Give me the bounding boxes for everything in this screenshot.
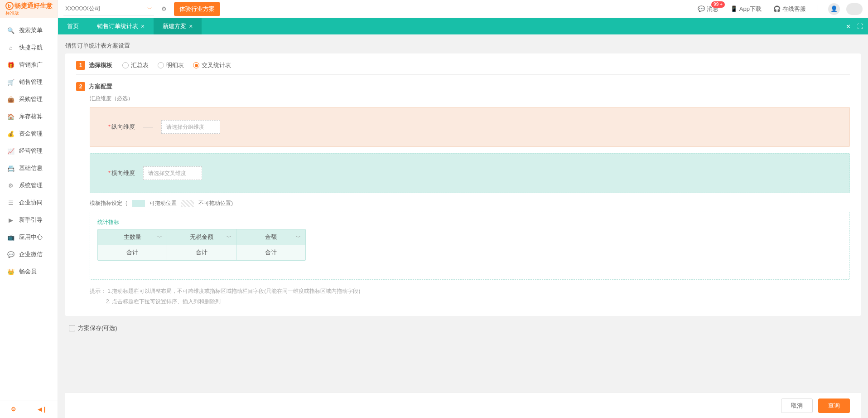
- sidebar-item-label: 系统管理: [19, 181, 43, 190]
- home-icon: ⌂: [7, 44, 14, 51]
- radio-dot-icon: [122, 62, 129, 68]
- play-icon: ▶: [7, 216, 14, 224]
- company-select[interactable]: XXXXXX公司 ﹀: [63, 3, 154, 15]
- step-1-title: 选择模板: [89, 61, 112, 69]
- step-2-badge: 2: [76, 82, 85, 91]
- chevron-down-icon[interactable]: ﹀: [227, 234, 231, 241]
- metric-header-qty[interactable]: 主数量﹀: [98, 229, 167, 245]
- radio-label: 交叉统计表: [202, 61, 231, 69]
- headset-icon: 🎧: [773, 5, 781, 12]
- sidebar-item-system[interactable]: ⚙系统管理: [0, 177, 58, 194]
- bag-icon: 👜: [7, 96, 14, 103]
- metric-header-amount[interactable]: 金额﹀: [236, 229, 305, 245]
- sidebar-item-inventory[interactable]: 🏠库存核算: [0, 108, 58, 125]
- close-all-icon[interactable]: ✕: [844, 23, 852, 30]
- radio-cross[interactable]: 交叉统计表: [193, 61, 231, 69]
- tab-home[interactable]: 首页: [58, 18, 88, 34]
- metrics-header-row: 主数量﹀ 无税金额﹀ 金额﹀: [98, 229, 305, 245]
- sidebar-item-collab[interactable]: ☰企业协同: [0, 194, 58, 211]
- radio-dot-icon: [158, 62, 164, 68]
- legend-drag-label: 可拖动位置: [149, 199, 177, 207]
- metric-header-notax[interactable]: 无税金额﹀: [167, 229, 236, 245]
- horizontal-dimension-select[interactable]: 请选择交叉维度: [143, 166, 202, 180]
- chevron-down-icon[interactable]: ﹀: [157, 234, 162, 241]
- radio-dot-icon: [193, 62, 199, 68]
- tabbar: 首页 销售订单统计表 × 新建方案 × ✕ ⛶: [58, 18, 868, 34]
- step-2-header: 2 方案配置: [76, 82, 850, 91]
- metric-total-cell: 合计: [167, 245, 236, 260]
- sidebar-item-appcenter[interactable]: 📺应用中心: [0, 228, 58, 246]
- tab-new-scheme[interactable]: 新建方案 ×: [154, 18, 202, 34]
- step-1-badge: 1: [76, 61, 85, 70]
- sidebar-item-wechat[interactable]: 💬企业微信: [0, 246, 58, 263]
- user-pill[interactable]: [846, 3, 863, 15]
- page-title: 销售订单统计表方案设置: [65, 42, 861, 50]
- vertical-dimension-box: *纵向维度 请选择分组维度: [90, 107, 850, 147]
- vertical-dimension-select[interactable]: 请选择分组维度: [161, 120, 220, 134]
- cancel-button[interactable]: 取消: [781, 399, 813, 413]
- legend-prefix: 模板指标设定（: [90, 199, 128, 207]
- service-label: 在线客服: [782, 5, 806, 13]
- sidebar-item-marketing[interactable]: 🎁营销推广: [0, 56, 58, 73]
- download-label: App下载: [739, 5, 762, 13]
- try-plan-button[interactable]: 体验行业方案: [174, 2, 220, 16]
- sidebar-item-member[interactable]: 👑畅会员: [0, 263, 58, 280]
- summary-section-label: 汇总维度（必选）: [90, 95, 850, 102]
- sidebar-item-purchase[interactable]: 👜采购管理: [0, 91, 58, 108]
- fullscreen-icon[interactable]: ⛶: [856, 23, 863, 30]
- sidebar-item-label: 采购管理: [19, 95, 43, 103]
- download-link[interactable]: 📱 App下载: [730, 5, 762, 13]
- sidebar-item-basicinfo[interactable]: 📇基础信息: [0, 160, 58, 177]
- page-content: 销售订单统计表方案设置 1 选择模板 汇总表 明细表 交叉统计表 2 方案配: [58, 34, 868, 418]
- chevron-down-icon: ﹀: [147, 5, 152, 12]
- sidebar-item-label: 销售管理: [19, 78, 43, 86]
- nondraggable-swatch-icon: [181, 200, 194, 207]
- sidebar-item-label: 应用中心: [19, 233, 43, 241]
- horizontal-dim-label: *横向维度: [108, 169, 135, 177]
- user-avatar[interactable]: 👤: [828, 3, 840, 15]
- chevron-down-icon[interactable]: ﹀: [296, 234, 301, 241]
- vertical-dim-label: *纵向维度: [108, 123, 135, 131]
- radio-detail[interactable]: 明细表: [158, 61, 184, 69]
- settings-icon[interactable]: ⚙: [11, 406, 16, 413]
- sidebar: b 畅捷通好生意 标准版 🔍搜索菜单 ⌂快捷导航 🎁营销推广 🛒销售管理 👜采购…: [0, 0, 58, 418]
- messages-badge: 99 +: [711, 1, 725, 8]
- sidebar-item-label: 基础信息: [19, 164, 43, 172]
- legend-nodrag-label: 不可拖动位置): [198, 199, 233, 207]
- crown-icon: 👑: [7, 268, 14, 275]
- metrics-body-row: 合计 合计 合计: [98, 245, 305, 260]
- tips-block: 提示： 1.拖动标题栏可以调整布局，不可跨维度或指标区域拖动栏目字段(只能在同一…: [90, 286, 850, 307]
- sidebar-item-label: 库存核算: [19, 112, 43, 121]
- gift-icon: 🎁: [7, 61, 14, 68]
- template-radio-group: 汇总表 明细表 交叉统计表: [122, 61, 231, 69]
- tips-line-1: 1.拖动标题栏可以调整布局，不可跨维度或指标区域拖动栏目字段(只能在同一维度或指…: [107, 288, 360, 294]
- legend-row: 模板指标设定（ 可拖动位置 不可拖动位置): [90, 199, 850, 207]
- close-icon[interactable]: ×: [141, 23, 145, 30]
- sidebar-item-operations[interactable]: 📈经营管理: [0, 142, 58, 160]
- messages-link[interactable]: 💬 消息 99 +: [698, 5, 719, 13]
- metrics-zone: 统计指标 主数量﹀ 无税金额﹀ 金额﹀ 合计 合计 合计: [90, 212, 850, 280]
- sidebar-item-search[interactable]: 🔍搜索菜单: [0, 22, 58, 39]
- sidebar-item-sales[interactable]: 🛒销售管理: [0, 73, 58, 91]
- money-icon: 💰: [7, 130, 14, 137]
- query-button[interactable]: 查询: [818, 399, 850, 413]
- radio-summary[interactable]: 汇总表: [122, 61, 149, 69]
- collapse-icon[interactable]: ◀❙: [38, 406, 47, 413]
- sidebar-item-label: 企业协同: [19, 199, 43, 207]
- house-icon: 🏠: [7, 113, 14, 120]
- company-settings-icon[interactable]: ⚙: [161, 5, 167, 12]
- connector-line: [143, 127, 153, 127]
- search-icon: 🔍: [7, 27, 14, 34]
- save-scheme-row: 方案保存(可选): [69, 324, 861, 332]
- tab-sales-order-stats[interactable]: 销售订单统计表 ×: [88, 18, 154, 34]
- close-icon[interactable]: ×: [189, 23, 193, 30]
- sidebar-item-label: 快捷导航: [19, 44, 43, 52]
- save-scheme-checkbox[interactable]: [69, 325, 75, 331]
- step-2-title: 方案配置: [89, 83, 112, 91]
- sidebar-item-quicknav[interactable]: ⌂快捷导航: [0, 39, 58, 56]
- metrics-title: 统计指标: [97, 219, 842, 226]
- service-link[interactable]: 🎧 在线客服: [773, 5, 806, 13]
- sidebar-item-guide[interactable]: ▶新手引导: [0, 211, 58, 228]
- sidebar-item-funds[interactable]: 💰资金管理: [0, 125, 58, 142]
- tab-label: 首页: [67, 22, 79, 30]
